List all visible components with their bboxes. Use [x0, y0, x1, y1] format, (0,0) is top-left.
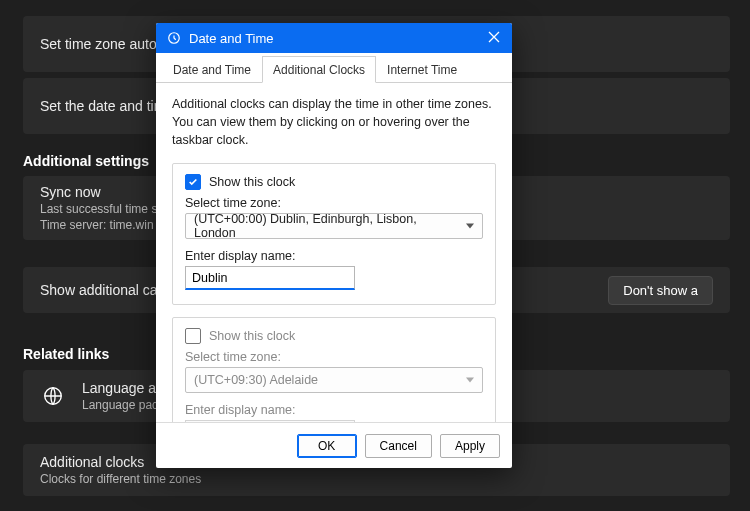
- sync-subtitle-1: Last successful time s: [40, 202, 157, 216]
- clock-2-name-label: Enter display name:: [185, 403, 483, 417]
- ok-button[interactable]: OK: [297, 434, 357, 458]
- checkbox-label: Show this clock: [209, 329, 295, 343]
- dialog-titlebar[interactable]: Date and Time: [156, 23, 512, 53]
- section-additional-settings: Additional settings: [23, 153, 149, 169]
- dialog-body: Additional clocks can display the time i…: [156, 83, 512, 422]
- dialog-footer: OK Cancel Apply: [156, 422, 512, 468]
- dialog-title: Date and Time: [189, 31, 476, 46]
- related-link-subtitle: Clocks for different time zones: [40, 472, 201, 486]
- clock-1-name-input[interactable]: [185, 266, 355, 290]
- checkbox-label: Show this clock: [209, 175, 295, 189]
- clock-1-timezone-select[interactable]: (UTC+00:00) Dublin, Edinburgh, Lisbon, L…: [185, 213, 483, 239]
- dialog-tabs: Date and Time Additional Clocks Internet…: [156, 53, 512, 83]
- clock-2-tz-label: Select time zone:: [185, 350, 483, 364]
- show-calendars-toggle[interactable]: Don't show a: [608, 276, 713, 305]
- tab-additional-clocks[interactable]: Additional Clocks: [262, 56, 376, 83]
- sync-title: Sync now: [40, 184, 157, 200]
- clock-icon: [166, 30, 182, 46]
- select-value: (UTC+09:30) Adelaide: [194, 373, 318, 387]
- tab-internet-time[interactable]: Internet Time: [376, 56, 468, 83]
- clock-2-show-checkbox[interactable]: Show this clock: [185, 328, 483, 344]
- tab-date-and-time[interactable]: Date and Time: [162, 56, 262, 83]
- apply-button[interactable]: Apply: [440, 434, 500, 458]
- cancel-button[interactable]: Cancel: [365, 434, 432, 458]
- clock-1-group: Show this clock Select time zone: (UTC+0…: [172, 163, 496, 305]
- setting-label: Set the date and time: [40, 98, 173, 114]
- dialog-description: Additional clocks can display the time i…: [172, 95, 496, 149]
- sync-subtitle-2: Time server: time.win: [40, 218, 157, 232]
- close-button[interactable]: [476, 23, 512, 53]
- select-value: (UTC+00:00) Dublin, Edinburgh, Lisbon, L…: [194, 212, 460, 240]
- globe-icon: [40, 383, 66, 409]
- checkbox-icon: [185, 174, 201, 190]
- clock-1-tz-label: Select time zone:: [185, 196, 483, 210]
- section-related-links: Related links: [23, 346, 109, 362]
- clock-2-group: Show this clock Select time zone: (UTC+0…: [172, 317, 496, 422]
- clock-2-timezone-select: (UTC+09:30) Adelaide: [185, 367, 483, 393]
- clock-1-name-label: Enter display name:: [185, 249, 483, 263]
- date-and-time-dialog: Date and Time Date and Time Additional C…: [156, 23, 512, 468]
- close-icon: [488, 29, 500, 47]
- checkbox-icon: [185, 328, 201, 344]
- setting-label: Show additional cale: [40, 282, 168, 298]
- clock-1-show-checkbox[interactable]: Show this clock: [185, 174, 483, 190]
